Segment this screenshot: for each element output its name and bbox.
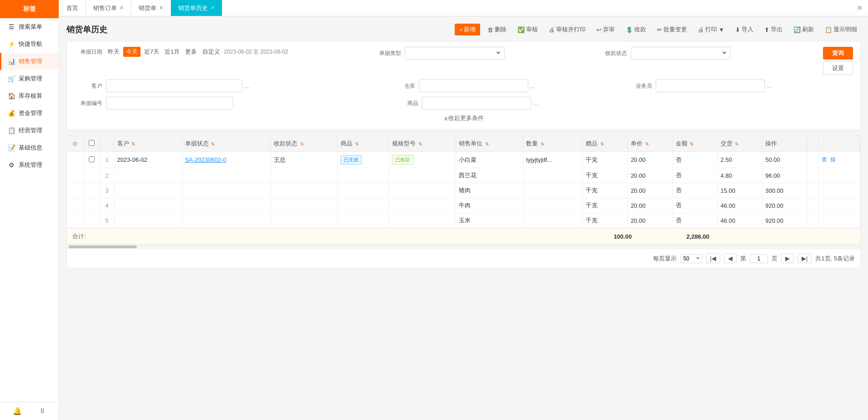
row-doc-date [114, 183, 182, 198]
product-ellipsis[interactable]: ... [531, 100, 540, 107]
table-row: 5 玉米 千克 20.00 否 46.00 920.00 [67, 213, 860, 228]
print-button[interactable]: 🖨 打印 ▼ [694, 24, 728, 35]
sidebar-item-finance-mgmt[interactable]: 💰 资金管理 [0, 105, 59, 122]
col-gift[interactable]: 金额 ⇅ [672, 136, 717, 152]
sidebar-item-system-mgmt[interactable]: ⚙ 系统管理 [0, 156, 59, 174]
refresh-button[interactable]: 🔄 刷新 [790, 24, 818, 35]
horizontal-scrollbar[interactable] [67, 244, 860, 249]
first-page-button[interactable]: |◀ [706, 254, 720, 263]
notification-icon[interactable]: 🔔 [13, 407, 22, 415]
payment-status-select[interactable] [631, 47, 731, 60]
date-shortcut-today[interactable]: 今天 [123, 47, 140, 57]
col-customer[interactable]: 收款状态 ⇅ [271, 136, 338, 152]
product-input[interactable] [422, 97, 531, 110]
sidebar-item-label: 基础信息 [19, 144, 42, 152]
prev-page-button[interactable]: ◀ [724, 254, 737, 263]
pause-icon[interactable]: ⏸ [39, 407, 46, 415]
view-op-button[interactable]: 查 [822, 156, 827, 163]
doc-number-label: 单据编号 [74, 100, 106, 107]
row-product: 西兰花 [456, 168, 523, 183]
row-checkbox-cell[interactable] [83, 152, 100, 168]
sort-quantity-icon: ⇅ [645, 141, 649, 146]
warehouse-input[interactable] [419, 80, 528, 92]
sidebar-item-inventory[interactable]: 🏠 库存核算 [0, 87, 59, 105]
date-shortcut-last7days[interactable]: 近7天 [142, 47, 161, 57]
export-button[interactable]: ⬆ 导出 [761, 24, 786, 35]
setting-button[interactable]: 设置 [823, 61, 853, 75]
col-sales-unit[interactable]: 赠品 ⇅ [583, 136, 628, 152]
search-menu-icon: ☰ [8, 23, 15, 30]
refresh-icon: 🔄 [793, 26, 801, 33]
sort-product-icon: ⇅ [485, 141, 489, 146]
warehouse-ellipsis[interactable]: ... [528, 82, 537, 90]
page-content: 销货单历史 + 新增 🗑 删除 ✅ 审核 🖨 审核并打印 [59, 16, 868, 420]
window-close-button[interactable]: ✕ [851, 4, 868, 12]
date-shortcut-more[interactable]: 更多 [183, 47, 199, 57]
col-unit-price[interactable]: 交货 ⇅ [717, 136, 763, 152]
col-payment-status[interactable]: 规格型号 ⇅ [389, 136, 456, 152]
tab-sales-order[interactable]: 销售订单 ✕ [86, 0, 131, 16]
import-icon: ⬇ [735, 26, 740, 33]
page-input[interactable] [750, 254, 768, 263]
doc-number-link[interactable]: SA-20230602-0 [185, 156, 226, 163]
sidebar-item-quick-nav[interactable]: ⚡ 快捷导航 [0, 35, 59, 53]
add-button[interactable]: + 新增 [455, 24, 481, 35]
import-button[interactable]: ⬇ 导入 [732, 24, 757, 35]
row-doc-number[interactable]: SA-20230602-0 [182, 152, 271, 168]
sidebar-item-sales-mgmt[interactable]: 📊 销售管理 [0, 53, 59, 70]
more-op-button[interactable]: 操 [830, 156, 836, 163]
col-doc-date[interactable]: 客户 ⇅ [114, 136, 182, 152]
row-spec-type: tyjyjtyjdf... [523, 152, 582, 168]
collect-button[interactable]: 💲 收款 [622, 24, 650, 35]
customer-ellipsis[interactable]: ... [242, 82, 251, 90]
query-button[interactable]: 查询 [823, 47, 853, 60]
row-amount: 300.00 [763, 183, 808, 198]
delete-button[interactable]: 🗑 删除 [484, 24, 510, 35]
row-checkbox-cell [83, 168, 100, 183]
abandon-button[interactable]: ↩ 弃审 [593, 24, 618, 35]
per-page-select[interactable]: 50 100 [680, 254, 702, 263]
date-shortcut-yesterday[interactable]: 昨天 [106, 47, 121, 57]
row-checkbox[interactable] [89, 156, 95, 162]
doc-type-select[interactable] [405, 47, 505, 60]
date-shortcut-last1month[interactable]: 近1月 [163, 47, 181, 57]
data-table-wrapper: ⚙ 客户 ⇅ 单据状态 ⇅ [66, 135, 861, 268]
salesperson-input[interactable] [656, 80, 765, 92]
select-all-checkbox[interactable] [89, 140, 95, 146]
row-customer [271, 183, 338, 198]
col-doc-number[interactable]: 单据状态 ⇅ [182, 136, 271, 152]
batch-change-button[interactable]: ✏ 批量变更 [653, 24, 691, 35]
last-page-button[interactable]: ▶| [798, 254, 812, 263]
scroll-thumb[interactable] [69, 245, 137, 248]
col-doc-status[interactable]: 商品 ⇅ [338, 136, 389, 152]
tab-sales-order-close[interactable]: ✕ [120, 5, 124, 11]
date-shortcut-custom[interactable]: 自定义 [201, 47, 222, 57]
tab-sales-goods-close[interactable]: ✕ [159, 5, 163, 11]
inventory-icon: 🏠 [8, 92, 15, 100]
tab-home[interactable]: 首页 [59, 0, 86, 16]
doc-number-input[interactable] [106, 97, 233, 110]
sidebar-item-purchase-mgmt[interactable]: 🛒 采购管理 [0, 70, 59, 87]
sidebar-item-search-menu[interactable]: ☰ 搜索菜单 [0, 18, 59, 35]
review-print-button[interactable]: 🖨 审核并打印 [545, 24, 589, 35]
next-page-button[interactable]: ▶ [781, 254, 794, 263]
collapse-button[interactable]: ∧ 收起更多条件 [74, 112, 853, 124]
col-spec-type[interactable]: 数量 ⇅ [523, 136, 582, 152]
tab-sales-history-close[interactable]: ✕ [211, 5, 215, 11]
salesperson-ellipsis[interactable]: ... [765, 82, 774, 90]
settings-col[interactable]: ⚙ [67, 136, 83, 152]
show-detail-button[interactable]: 📋 显示明细 [821, 24, 861, 35]
tab-sales-history[interactable]: 销货单历史 ✕ [171, 0, 222, 16]
main-area: 首页 销售订单 ✕ 销货单 ✕ 销货单历史 ✕ ✕ 销货单历史 + 新增 [59, 0, 868, 420]
tab-sales-goods[interactable]: 销货单 ✕ [131, 0, 171, 16]
summary-quantity: 100.00 [614, 233, 632, 240]
customer-input[interactable] [106, 80, 242, 92]
col-quantity[interactable]: 单价 ⇅ [628, 136, 673, 152]
review-button[interactable]: ✅ 审核 [514, 24, 542, 35]
sidebar-item-base-info[interactable]: 📝 基础信息 [0, 139, 59, 156]
sidebar-item-operations-mgmt[interactable]: 📋 经营管理 [0, 122, 59, 139]
col-product[interactable]: 销售单位 ⇅ [456, 136, 523, 152]
row-unit-price: 4.80 [717, 168, 763, 183]
row-num-cell: 2 [100, 168, 114, 183]
sort-doc-status-icon: ⇅ [355, 141, 359, 146]
